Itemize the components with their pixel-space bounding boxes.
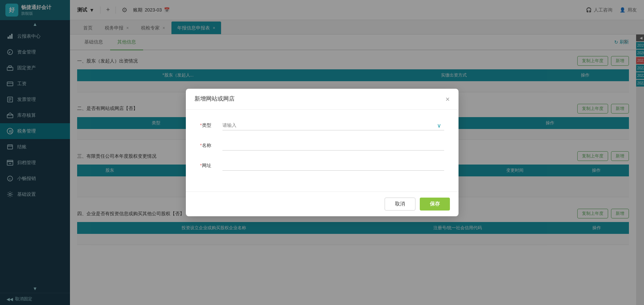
dialog-overlay: 新增网站或网店 × *类型 ∨ *名称 *网址 [0,0,644,305]
dialog-add-website: 新增网站或网店 × *类型 ∨ *名称 *网址 [186,89,459,216]
type-input-wrap: ∨ [222,120,444,130]
name-input-wrap [222,140,444,151]
type-input[interactable] [222,120,444,130]
dialog-close-btn[interactable]: × [446,96,450,103]
cancel-btn[interactable]: 取消 [385,198,415,211]
dialog-body: *类型 ∨ *名称 *网址 [186,110,459,191]
type-label: *类型 [200,122,218,129]
form-row-type: *类型 ∨ [200,120,444,130]
dialog-title: 新增网站或网店 [194,95,235,103]
name-label: *名称 [200,142,218,149]
form-row-name: *名称 [200,140,444,151]
url-input[interactable] [222,161,444,171]
type-required: * [200,123,202,128]
url-input-wrap [222,161,444,171]
url-required: * [200,163,202,168]
form-row-url: *网址 [200,161,444,171]
name-required: * [200,143,202,148]
dialog-header: 新增网站或网店 × [186,89,459,110]
url-label: *网址 [200,162,218,169]
dialog-footer: 取消 保存 [186,191,459,216]
save-btn[interactable]: 保存 [420,198,450,211]
name-input[interactable] [222,140,444,151]
